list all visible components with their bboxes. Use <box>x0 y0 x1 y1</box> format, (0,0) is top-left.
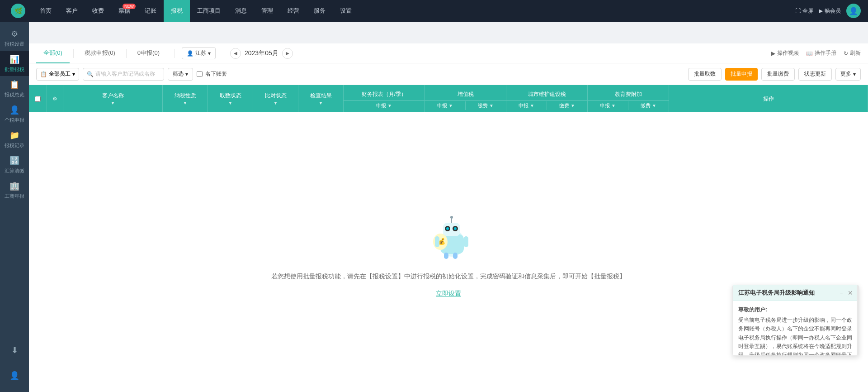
robot-illustration: 💰 <box>421 209 476 263</box>
notification-header: 江苏电子税务局升级影响通知 － ✕ <box>733 285 859 301</box>
filter-button[interactable]: 筛选 ▾ <box>168 68 193 81</box>
edu-add-declare-sub: 申报 ▼ <box>588 101 628 110</box>
sidebar-item-tax-settings[interactable]: ⚙ 报税设置 <box>0 25 29 51</box>
divider-province <box>174 49 175 58</box>
nav-bookkeeping[interactable]: 记账 <box>137 0 164 22</box>
tab-divider-2 <box>126 49 127 58</box>
top-nav: 🌿 首页 客户 收费 票据 NEW 记账 报税 工商项目 消息 管理 经营 服务… <box>0 0 868 22</box>
sidebar: ⚙ 报税设置 📊 批量报税 📋 报税总览 👤 个税申报 📁 报税记录 🔢 汇算清… <box>0 22 29 392</box>
vat-declare-filter-icon[interactable]: ▼ <box>448 103 453 108</box>
video-action[interactable]: ▶ 操作视频 <box>771 49 799 57</box>
th-checkbox[interactable] <box>29 85 47 112</box>
sidebar-item-download[interactable]: ⬇ <box>0 338 29 363</box>
sidebar-label-tax-overview: 报税总览 <box>5 91 24 98</box>
account-suite-checkbox[interactable] <box>197 71 203 77</box>
tax-settings-icon: ⚙ <box>11 29 18 39</box>
search-input[interactable]: 🔍 请输入客户助记码或名称 <box>83 68 164 81</box>
more-button[interactable]: 更多 ▾ <box>835 68 861 81</box>
th-customer-name: 客户名称 ▼ <box>63 85 163 112</box>
nav-management[interactable]: 管理 <box>254 0 280 22</box>
sidebar-item-personal-tax[interactable]: 👤 个税申报 <box>0 101 29 127</box>
sidebar-label-tax-records: 报税记录 <box>5 142 24 149</box>
toolbar-actions: 批量取数 批量申报 批量缴费 状态更新 更多 ▾ <box>688 68 861 81</box>
date-next-button[interactable]: ▶ <box>282 48 293 59</box>
tax-records-icon: 📁 <box>9 130 19 140</box>
sidebar-label-personal-tax: 个税申报 <box>5 117 24 124</box>
nav-operation[interactable]: 经营 <box>280 0 307 22</box>
sidebar-label-annual-report: 工商年报 <box>5 193 24 200</box>
check-result-filter-icon[interactable]: ▼ <box>319 100 323 105</box>
employee-select[interactable]: 📋 全部员工 ▾ <box>36 68 79 81</box>
sidebar-label-batch-tax: 批量报税 <box>5 66 24 73</box>
sidebar-item-tax-records[interactable]: 📁 报税记录 <box>0 127 29 152</box>
fullscreen-button[interactable]: ⛶ 全屏 <box>795 7 813 15</box>
nav-invoice[interactable]: 票据 NEW <box>111 0 137 22</box>
sub-tabs: 全部(0) 税款申报(0) 0申报(0) 👤 江苏 ▾ ◀ 2023年05月 ▶… <box>29 43 868 63</box>
notification-scrollbar[interactable] <box>857 285 859 355</box>
nav-message[interactable]: 消息 <box>228 0 254 22</box>
nav-billing[interactable]: 收费 <box>85 0 111 22</box>
th-fetch-status: 取数状态 ▼ <box>208 85 253 112</box>
nav-service[interactable]: 服务 <box>307 0 333 22</box>
select-all-checkbox[interactable] <box>35 96 41 102</box>
chevron-down-icon: ▾ <box>208 50 211 57</box>
annual-report-icon: 🏢 <box>9 181 19 191</box>
vat-group-header: 增值税 <box>425 88 506 100</box>
city-tax-pay-filter-icon[interactable]: ▼ <box>571 103 575 108</box>
nav-industrial[interactable]: 工商项目 <box>190 0 228 22</box>
city-tax-declare-filter-icon[interactable]: ▼ <box>530 103 534 108</box>
vat-pay-filter-icon[interactable]: ▼ <box>489 103 494 108</box>
user-avatar[interactable]: 👤 <box>846 4 861 18</box>
manual-action[interactable]: 📖 操作手册 <box>806 49 836 57</box>
financial-declare-sub: 申报 ▼ <box>344 101 425 110</box>
svg-point-6 <box>454 227 457 230</box>
empty-description: 若您想使用批量报税功能，请先在【报税设置】中进行报税的初始化设置，完成密码验证和… <box>271 272 626 281</box>
nav-home[interactable]: 首页 <box>33 0 59 22</box>
account-suite-checkbox-label[interactable]: 名下账套 <box>197 70 227 78</box>
search-icon: 🔍 <box>87 71 94 77</box>
tab-all[interactable]: 全部(0) <box>36 43 70 63</box>
batch-declare-button[interactable]: 批量申报 <box>725 68 758 81</box>
name-filter-icon[interactable]: ▼ <box>111 100 115 105</box>
th-tax-type: 纳税性质 ▼ <box>163 85 208 112</box>
svg-rect-11 <box>464 236 468 247</box>
th-settings[interactable]: ⚙ <box>47 85 63 112</box>
nav-items: 首页 客户 收费 票据 NEW 记账 报税 工商项目 消息 管理 经营 服务 设… <box>33 0 795 22</box>
sidebar-item-profile[interactable]: 👤 <box>0 363 29 388</box>
compare-status-filter-icon[interactable]: ▼ <box>274 100 278 105</box>
notification-close-button[interactable]: ✕ <box>848 289 853 296</box>
tax-type-filter-icon[interactable]: ▼ <box>183 100 188 105</box>
batch-fetch-button[interactable]: 批量取数 <box>688 68 722 81</box>
province-select[interactable]: 👤 江苏 ▾ <box>182 47 216 59</box>
edu-add-declare-filter-icon[interactable]: ▼ <box>611 103 616 108</box>
financial-declare-filter-icon[interactable]: ▼ <box>387 103 392 108</box>
notification-title: 江苏电子税务局升级影响通知 <box>738 289 815 297</box>
batch-pay-button[interactable]: 批量缴费 <box>761 68 795 81</box>
vip-button[interactable]: ▶ 畅会员 <box>819 7 841 15</box>
sidebar-item-annual-settlement[interactable]: 🔢 汇算清缴 <box>0 152 29 177</box>
nav-settings[interactable]: 设置 <box>333 0 359 22</box>
setup-link[interactable]: 立即设置 <box>436 290 461 298</box>
sidebar-item-tax-overview[interactable]: 📋 报税总览 <box>0 76 29 101</box>
tab-tax-declare[interactable]: 税款申报(0) <box>77 43 123 63</box>
edu-add-pay-filter-icon[interactable]: ▼ <box>652 103 656 108</box>
financial-sub-row: 申报 ▼ <box>344 101 425 110</box>
download-icon: ⬇ <box>11 345 18 355</box>
date-prev-button[interactable]: ◀ <box>230 48 241 59</box>
notification-minimize-button[interactable]: － <box>839 289 844 297</box>
logo[interactable]: 🌿 <box>7 0 29 22</box>
fetch-status-filter-icon[interactable]: ▼ <box>228 100 233 105</box>
status-update-button[interactable]: 状态更新 <box>798 68 832 81</box>
nav-tax[interactable]: 报税 <box>164 0 190 22</box>
batch-tax-icon: 📊 <box>9 54 19 64</box>
city-tax-group-header: 城市维护建设税 <box>506 88 587 100</box>
edu-add-pay-sub: 缴费 ▼ <box>628 101 669 110</box>
refresh-action[interactable]: ↻ 刷新 <box>844 49 861 57</box>
sidebar-label-tax-settings: 报税设置 <box>5 41 24 48</box>
tab-zero-declare[interactable]: 0申报(0) <box>130 43 167 63</box>
nav-customer[interactable]: 客户 <box>59 0 85 22</box>
sidebar-item-annual-report[interactable]: 🏢 工商年报 <box>0 177 29 203</box>
province-icon: 👤 <box>187 50 193 57</box>
sidebar-item-batch-tax[interactable]: 📊 批量报税 <box>0 51 29 76</box>
svg-rect-13 <box>444 253 448 259</box>
